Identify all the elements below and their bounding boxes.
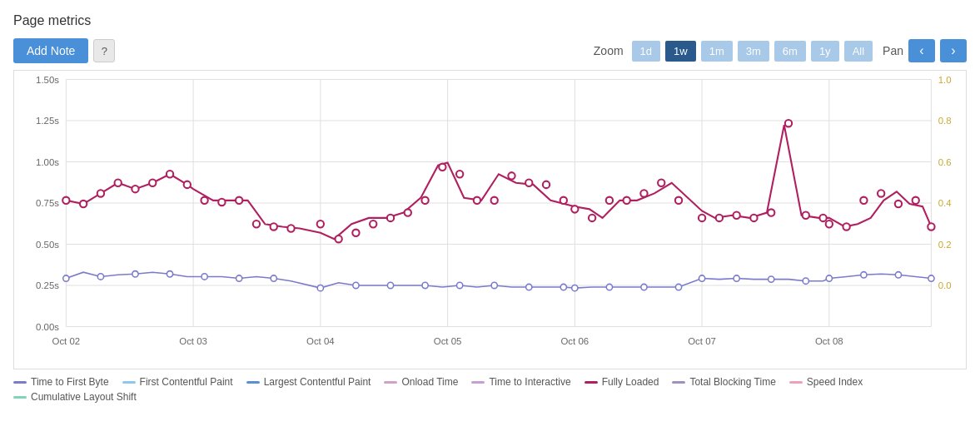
legend-swatch-tti: [471, 381, 485, 384]
svg-point-80: [843, 223, 849, 230]
legend-swatch-tbt: [672, 381, 685, 384]
svg-text:0.2: 0.2: [938, 240, 952, 250]
svg-point-48: [287, 225, 294, 231]
svg-text:1.50s: 1.50s: [36, 75, 59, 85]
legend-label-cls: Cumulative Layout Shift: [31, 391, 137, 403]
page-title: Page metrics: [13, 13, 967, 28]
legend-cls: Cumulative Layout Shift: [13, 391, 137, 403]
svg-point-87: [97, 274, 103, 280]
svg-point-65: [589, 215, 595, 221]
legend-fully-loaded: Fully Loaded: [585, 376, 659, 388]
svg-text:0.4: 0.4: [938, 198, 952, 208]
svg-point-44: [218, 199, 225, 206]
add-note-button[interactable]: Add Note: [13, 38, 88, 63]
svg-point-112: [928, 275, 934, 281]
svg-text:0.00s: 0.00s: [36, 322, 59, 332]
svg-point-55: [421, 197, 428, 204]
chart-svg: 1.50s 1.25s 1.00s 0.75s 0.50s 0.25s 0.00…: [14, 71, 966, 369]
svg-text:Oct 07: Oct 07: [688, 335, 716, 345]
zoom-all[interactable]: All: [844, 41, 873, 62]
svg-point-61: [525, 180, 532, 186]
svg-point-85: [928, 223, 934, 230]
zoom-label: Zoom: [594, 44, 624, 57]
zoom-1m[interactable]: 1m: [701, 41, 733, 62]
svg-point-54: [405, 209, 411, 216]
svg-text:0.50s: 0.50s: [36, 240, 59, 250]
svg-text:Oct 08: Oct 08: [815, 335, 843, 345]
svg-point-107: [769, 276, 774, 282]
svg-point-96: [422, 282, 428, 288]
svg-point-36: [80, 201, 87, 207]
svg-point-109: [826, 275, 832, 281]
svg-point-67: [624, 197, 630, 204]
svg-point-62: [543, 181, 550, 188]
svg-point-39: [132, 186, 138, 192]
zoom-1w[interactable]: 1w: [665, 41, 696, 62]
svg-point-94: [353, 282, 359, 288]
svg-point-35: [62, 197, 69, 204]
legend-label-tti: Time to Interactive: [489, 376, 570, 388]
svg-point-91: [236, 275, 242, 281]
svg-text:0.6: 0.6: [938, 157, 952, 167]
svg-point-64: [571, 206, 578, 212]
pan-next-button[interactable]: ›: [940, 39, 967, 62]
legend-time-to-interactive: Time to Interactive: [471, 376, 570, 388]
legend-label-ttfb: Time to First Byte: [31, 376, 109, 388]
svg-text:Oct 02: Oct 02: [52, 335, 81, 345]
svg-point-47: [271, 223, 277, 230]
toolbar: Add Note ? Zoom 1d 1w 1m 3m 6m 1y All Pa…: [13, 38, 967, 63]
svg-point-90: [201, 274, 207, 280]
svg-point-66: [606, 197, 613, 204]
svg-point-102: [606, 284, 612, 290]
svg-point-72: [716, 215, 723, 221]
svg-point-89: [167, 271, 172, 277]
svg-point-93: [317, 285, 323, 290]
svg-point-79: [826, 221, 833, 227]
legend-swatch-cls: [13, 396, 27, 399]
svg-text:0.75s: 0.75s: [36, 198, 59, 208]
svg-point-101: [572, 285, 578, 290]
svg-text:Oct 06: Oct 06: [560, 335, 589, 345]
svg-point-76: [785, 120, 792, 126]
svg-point-38: [115, 180, 122, 186]
legend-swatch-ttfb: [13, 381, 27, 384]
svg-point-69: [658, 180, 664, 186]
svg-point-51: [352, 230, 359, 236]
svg-point-106: [734, 275, 739, 281]
zoom-1d[interactable]: 1d: [632, 41, 660, 62]
svg-point-108: [803, 278, 808, 284]
legend-label-si: Speed Index: [807, 376, 863, 388]
svg-point-105: [699, 275, 704, 281]
svg-point-42: [184, 181, 191, 188]
svg-point-63: [560, 197, 567, 204]
legend-label-tbt: Total Blocking Time: [689, 376, 775, 388]
svg-text:0.25s: 0.25s: [36, 280, 59, 290]
svg-point-53: [387, 215, 394, 221]
legend-speed-index: Speed Index: [789, 376, 863, 388]
svg-point-58: [474, 197, 480, 204]
svg-point-103: [641, 284, 647, 290]
svg-point-74: [750, 215, 757, 221]
svg-point-98: [491, 282, 497, 288]
pan-prev-button[interactable]: ‹: [908, 39, 935, 62]
legend-onload-time: Onload Time: [384, 376, 458, 388]
svg-text:Oct 05: Oct 05: [434, 335, 462, 345]
legend-swatch-fcp: [122, 381, 136, 384]
zoom-1y[interactable]: 1y: [811, 41, 839, 62]
svg-point-84: [913, 197, 919, 204]
svg-point-97: [456, 282, 462, 288]
svg-point-60: [508, 172, 515, 179]
svg-point-43: [201, 197, 207, 204]
svg-text:1.0: 1.0: [938, 75, 952, 85]
svg-point-73: [733, 212, 739, 219]
zoom-6m[interactable]: 6m: [774, 41, 806, 62]
svg-text:0.0: 0.0: [938, 280, 952, 290]
svg-point-46: [253, 221, 260, 227]
zoom-3m[interactable]: 3m: [738, 41, 769, 62]
svg-point-88: [132, 271, 138, 277]
legend-label-fl: Fully Loaded: [602, 376, 659, 388]
legend-swatch-si: [789, 381, 803, 384]
legend-label-fcp: First Contentful Paint: [140, 376, 233, 388]
help-button[interactable]: ?: [93, 39, 115, 62]
svg-point-70: [675, 197, 682, 204]
